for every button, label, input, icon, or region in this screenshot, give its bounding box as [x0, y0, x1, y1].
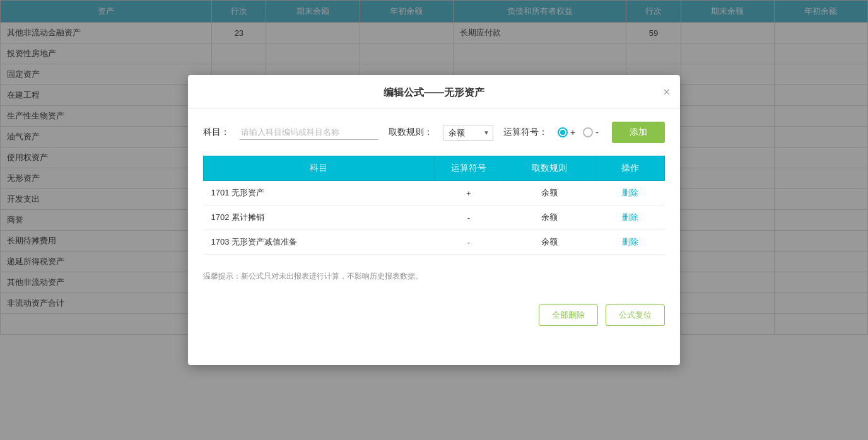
modal-header: 编辑公式——无形资产 ×: [188, 75, 680, 109]
form-row: 科目： 取数规则： 余额 借方 贷方 ▼ 运算符号： +: [203, 122, 665, 143]
table-row: 1702 累计摊销-余额删除: [204, 206, 665, 230]
operator-plus-radio[interactable]: +: [558, 127, 575, 137]
table-row: 1703 无形资产减值准备-余额删除: [204, 230, 665, 255]
row-subject: 1701 无形资产: [204, 181, 435, 206]
row-operator: -: [434, 230, 503, 255]
delete-all-button[interactable]: 全部删除: [539, 304, 598, 326]
row-action: 删除: [595, 230, 665, 255]
operator-minus-radio[interactable]: -: [583, 127, 599, 137]
modal-body: 科目： 取数规则： 余额 借方 贷方 ▼ 运算符号： +: [188, 109, 680, 304]
radio-plus-circle: [558, 127, 568, 137]
table-header-rule: 取数规则: [503, 156, 595, 181]
modal-dialog: 编辑公式——无形资产 × 科目： 取数规则： 余额 借方 贷方 ▼ 运算符号：: [188, 75, 680, 365]
modal-overlay: 编辑公式——无形资产 × 科目： 取数规则： 余额 借方 贷方 ▼ 运算符号：: [0, 0, 868, 440]
operator-plus-label: +: [570, 127, 575, 137]
add-button[interactable]: 添加: [612, 122, 665, 143]
operator-label: 运算符号：: [503, 127, 548, 138]
table-header-subject: 科目: [204, 156, 435, 181]
row-rule: 余额: [503, 230, 595, 255]
delete-link[interactable]: 删除: [622, 237, 638, 246]
row-subject: 1702 累计摊销: [204, 206, 435, 230]
row-action: 删除: [595, 181, 665, 206]
fetch-rule-select-wrapper: 余额 借方 贷方 ▼: [443, 125, 493, 141]
fetch-rule-label: 取数规则：: [389, 127, 433, 138]
warning-message: 温馨提示：新公式只对未出报表进行计算，不影响历史报表数据。: [203, 272, 423, 281]
modal-close-button[interactable]: ×: [663, 86, 670, 98]
modal-footer: 全部删除 公式复位: [188, 304, 680, 339]
row-subject: 1703 无形资产减值准备: [204, 230, 435, 255]
radio-minus-circle: [583, 127, 593, 137]
row-operator: -: [434, 206, 503, 230]
formula-table: 科目 运算符号 取数规则 操作 1701 无形资产+余额删除1702 累计摊销-…: [203, 156, 665, 255]
table-header-action: 操作: [595, 156, 665, 181]
row-rule: 余额: [503, 181, 595, 206]
modal-title: 编辑公式——无形资产: [384, 87, 484, 98]
formula-reset-button[interactable]: 公式复位: [606, 304, 665, 326]
table-header-operator: 运算符号: [434, 156, 503, 181]
table-row: 1701 无形资产+余额删除: [204, 181, 665, 206]
operator-radio-group: + -: [558, 127, 599, 137]
operator-minus-label: -: [595, 127, 599, 137]
subject-input[interactable]: [240, 125, 378, 140]
warning-text: 温馨提示：新公式只对未出报表进行计算，不影响历史报表数据。: [203, 265, 665, 292]
delete-link[interactable]: 删除: [622, 212, 638, 222]
row-rule: 余额: [503, 206, 595, 230]
row-action: 删除: [595, 206, 665, 230]
subject-label: 科目：: [203, 127, 230, 138]
delete-link[interactable]: 删除: [622, 188, 638, 197]
row-operator: +: [434, 181, 503, 206]
fetch-rule-select[interactable]: 余额 借方 贷方: [443, 125, 493, 141]
